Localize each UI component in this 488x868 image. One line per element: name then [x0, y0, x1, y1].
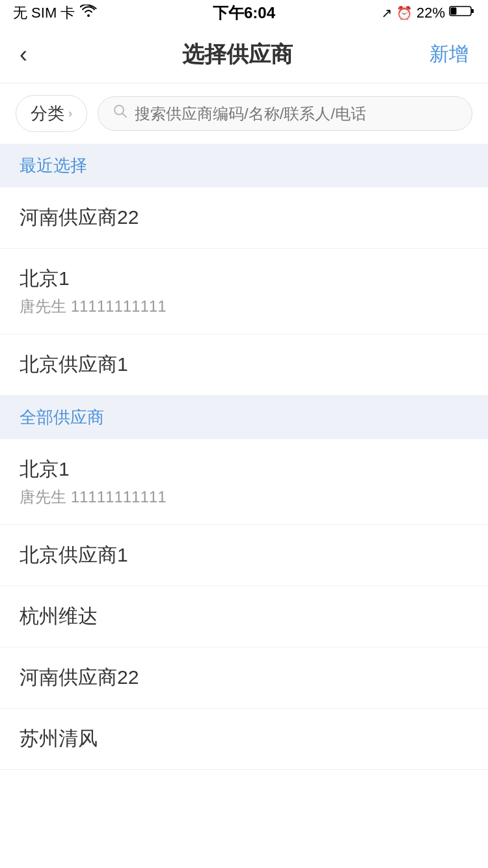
item-name: 河南供应商22 — [20, 664, 468, 691]
item-name: 北京供应商1 — [20, 351, 468, 378]
list-item[interactable]: 北京供应商1 — [0, 525, 488, 586]
back-button[interactable]: ‹ — [20, 41, 59, 68]
carrier-text: 无 SIM 卡 — [13, 3, 75, 23]
search-input[interactable] — [135, 105, 457, 123]
search-icon — [113, 103, 128, 124]
svg-rect-2 — [471, 9, 474, 13]
svg-line-4 — [123, 114, 127, 118]
location-icon: ↗ — [381, 5, 392, 21]
list-item[interactable]: 北京1唐先生 11111111111 — [0, 249, 488, 334]
item-name: 北京1 — [20, 456, 468, 483]
list-item[interactable]: 河南供应商22 — [0, 647, 488, 709]
status-bar: 无 SIM 卡 下午6:04 ↗ ⏰ 22% — [0, 0, 488, 26]
status-left: 无 SIM 卡 — [13, 3, 97, 23]
category-filter-button[interactable]: 分类 › — [16, 95, 87, 132]
wifi-icon — [80, 5, 97, 21]
item-contact: 唐先生 11111111111 — [20, 296, 468, 317]
item-contact: 唐先生 11111111111 — [20, 487, 468, 508]
search-box — [98, 96, 472, 131]
list-item[interactable]: 河南供应商22 — [0, 187, 488, 249]
item-name: 北京供应商1 — [20, 542, 468, 569]
category-label: 分类 — [31, 102, 64, 125]
chevron-right-icon: › — [68, 107, 72, 120]
status-time: 下午6:04 — [213, 3, 275, 23]
add-button[interactable]: 新增 — [416, 41, 468, 68]
list-item[interactable]: 苏州清风 — [0, 709, 488, 770]
page-title: 选择供应商 — [59, 40, 416, 70]
nav-bar: ‹ 选择供应商 新增 — [0, 26, 488, 83]
list-item[interactable]: 北京1唐先生 11111111111 — [0, 439, 488, 525]
svg-rect-1 — [451, 8, 457, 15]
item-name: 苏州清风 — [20, 726, 468, 752]
battery-icon — [449, 5, 475, 21]
item-name: 杭州维达 — [20, 603, 468, 630]
recent-list: 河南供应商22北京1唐先生 11111111111北京供应商1 — [0, 187, 488, 396]
recent-section-header: 最近选择 — [0, 144, 488, 187]
item-name: 河南供应商22 — [20, 204, 468, 231]
alarm-icon: ⏰ — [396, 5, 413, 21]
list-item[interactable]: 北京供应商1 — [0, 334, 488, 396]
filter-bar: 分类 › — [0, 83, 488, 144]
list-item[interactable]: 杭州维达 — [0, 586, 488, 647]
all-list: 北京1唐先生 11111111111北京供应商1杭州维达河南供应商22苏州清风 — [0, 439, 488, 770]
all-section-header: 全部供应商 — [0, 396, 488, 439]
battery-text: 22% — [416, 5, 445, 21]
status-right: ↗ ⏰ 22% — [381, 5, 475, 21]
item-name: 北京1 — [20, 265, 468, 292]
